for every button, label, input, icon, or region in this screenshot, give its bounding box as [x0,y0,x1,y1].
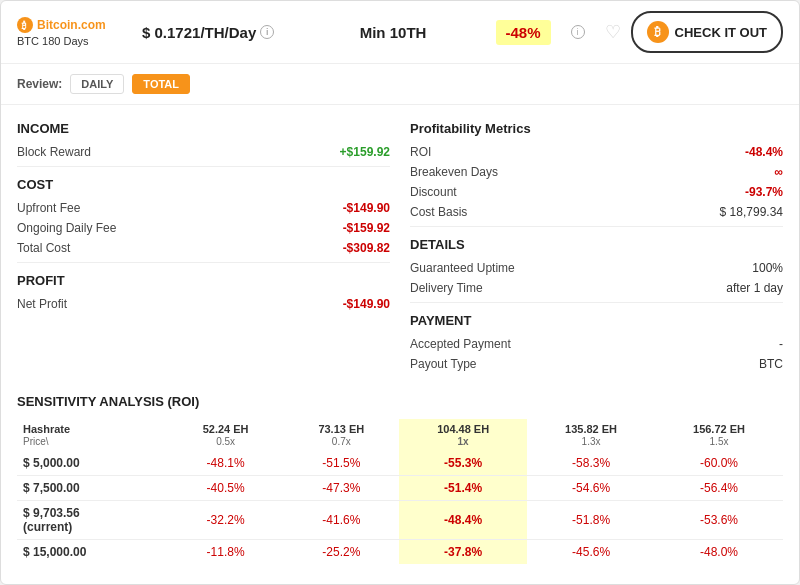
header: ₿ Bitcoin.com BTC 180 Days $ 0.1721/TH/D… [1,1,799,64]
logo-text: Bitcoin.com [37,18,106,32]
total-cost-value: -$309.82 [343,241,390,255]
accepted-payment-label: Accepted Payment [410,337,511,351]
breakeven-label: Breakeven Days [410,165,498,179]
value-cell: -40.5% [168,476,284,501]
col-header-3: 104.48 EH1x [399,419,527,451]
ongoing-fee-row: Ongoing Daily Fee -$159.92 [17,218,390,238]
value-cell: -51.5% [283,451,399,476]
uptime-label: Guaranteed Uptime [410,261,515,275]
tab-total[interactable]: TOTAL [132,74,190,94]
logo-area: ₿ Bitcoin.com BTC 180 Days [17,17,106,47]
divider-3 [410,226,783,227]
table-header-row: HashratePrice\ 52.24 EH0.5x 73.13 EH0.7x… [17,419,783,451]
net-profit-value: -$149.90 [343,297,390,311]
price-cell: $ 15,000.00 [17,540,168,565]
header-actions: ♡ ₿ CHECK IT OUT [605,11,783,53]
divider-4 [410,302,783,303]
value-cell: -48.4% [399,501,527,540]
accepted-payment-row: Accepted Payment - [410,334,783,354]
value-cell: -25.2% [283,540,399,565]
upfront-fee-row: Upfront Fee -$149.90 [17,198,390,218]
net-profit-row: Net Profit -$149.90 [17,294,390,314]
value-cell: -60.0% [655,451,783,476]
block-reward-label: Block Reward [17,145,91,159]
value-cell: -51.4% [399,476,527,501]
col-header-4: 135.82 EH1.3x [527,419,655,451]
value-cell: -41.6% [283,501,399,540]
value-cell: -37.8% [399,540,527,565]
sensitivity-section: SENSITIVITY ANALYSIS (ROI) HashratePrice… [1,390,799,580]
value-cell: -58.3% [527,451,655,476]
value-cell: -53.6% [655,501,783,540]
payment-title: PAYMENT [410,313,783,328]
badge-info-icon[interactable]: i [571,25,585,39]
favorite-button[interactable]: ♡ [605,21,621,43]
details-title: DETAILS [410,237,783,252]
accepted-payment-value: - [779,337,783,351]
costbasis-label: Cost Basis [410,205,467,219]
divider-1 [17,166,390,167]
payout-type-row: Payout Type BTC [410,354,783,374]
ongoing-fee-label: Ongoing Daily Fee [17,221,116,235]
price-cell: $ 7,500.00 [17,476,168,501]
col-header-2: 73.13 EH0.7x [283,419,399,451]
rate-stat: $ 0.1721/TH/Day i [126,24,291,41]
uptime-row: Guaranteed Uptime 100% [410,258,783,278]
min-value: Min 10TH [360,24,427,41]
col-header-5: 156.72 EH1.5x [655,419,783,451]
value-cell: -54.6% [527,476,655,501]
table-row: $ 7,500.00-40.5%-47.3%-51.4%-54.6%-56.4% [17,476,783,501]
price-cell: $ 9,703.56 (current) [17,501,168,540]
total-cost-label: Total Cost [17,241,70,255]
profitability-title: Profitability Metrics [410,121,783,136]
upfront-fee-value: -$149.90 [343,201,390,215]
value-cell: -32.2% [168,501,284,540]
profit-title: PROFIT [17,273,390,288]
table-row: $ 9,703.56 (current)-32.2%-41.6%-48.4%-5… [17,501,783,540]
upfront-fee-label: Upfront Fee [17,201,80,215]
left-panel: INCOME Block Reward +$159.92 COST Upfron… [17,121,390,374]
costbasis-value: $ 18,799.34 [720,205,783,219]
delivery-label: Delivery Time [410,281,483,295]
main-panels: INCOME Block Reward +$159.92 COST Upfron… [1,105,799,390]
value-cell: -45.6% [527,540,655,565]
check-icon: ₿ [647,21,669,43]
breakeven-row: Breakeven Days ∞ [410,162,783,182]
block-reward-row: Block Reward +$159.92 [17,142,390,162]
hashrate-header: HashratePrice\ [17,419,168,451]
bitcoin-logo-icon: ₿ [17,17,33,33]
rate-value: $ 0.1721/TH/Day i [142,24,274,41]
breakeven-value: ∞ [774,165,783,179]
sensitivity-title: SENSITIVITY ANALYSIS (ROI) [17,390,783,409]
value-cell: -56.4% [655,476,783,501]
logo: ₿ Bitcoin.com [17,17,106,33]
sensitivity-table: HashratePrice\ 52.24 EH0.5x 73.13 EH0.7x… [17,419,783,564]
payout-type-value: BTC [759,357,783,371]
discount-value: -93.7% [745,185,783,199]
tab-daily[interactable]: DAILY [70,74,124,94]
rate-info-icon[interactable]: i [260,25,274,39]
value-cell: -47.3% [283,476,399,501]
delivery-value: after 1 day [726,281,783,295]
net-profit-label: Net Profit [17,297,67,311]
payout-type-label: Payout Type [410,357,477,371]
delivery-row: Delivery Time after 1 day [410,278,783,298]
value-cell: -51.8% [527,501,655,540]
uptime-value: 100% [752,261,783,275]
table-row: $ 5,000.00-48.1%-51.5%-55.3%-58.3%-60.0% [17,451,783,476]
discount-label: Discount [410,185,457,199]
cost-title: COST [17,177,390,192]
check-it-out-button[interactable]: ₿ CHECK IT OUT [631,11,783,53]
roi-label: ROI [410,145,431,159]
divider-2 [17,262,390,263]
value-cell: -48.0% [655,540,783,565]
costbasis-row: Cost Basis $ 18,799.34 [410,202,783,222]
product-name: BTC 180 Days [17,35,106,47]
block-reward-value: +$159.92 [340,145,390,159]
review-label: Review: [17,77,62,91]
right-panel: Profitability Metrics ROI -48.4% Breakev… [410,121,783,374]
total-cost-row: Total Cost -$309.82 [17,238,390,258]
value-cell: -55.3% [399,451,527,476]
price-cell: $ 5,000.00 [17,451,168,476]
discount-badge: -48% [496,20,551,45]
